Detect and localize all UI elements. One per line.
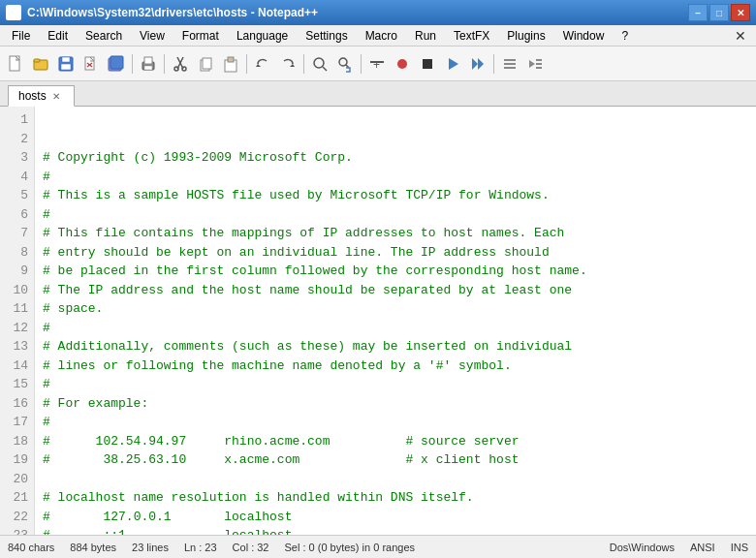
menu-view[interactable]: View xyxy=(132,27,173,45)
code-line: # lines or following the machine name de… xyxy=(43,356,748,376)
status-chars: 840 chars xyxy=(8,542,54,553)
cut-button[interactable] xyxy=(169,52,192,76)
new-button[interactable] xyxy=(4,52,27,76)
status-eol: Dos\Windows xyxy=(610,542,675,553)
line-number: 1 xyxy=(8,110,28,130)
menu-plugins[interactable]: Plugins xyxy=(499,27,552,45)
line-number: 7 xyxy=(8,224,28,243)
paste-button[interactable] xyxy=(219,52,242,76)
toolbar-separator-6 xyxy=(493,54,494,74)
tab-close-button[interactable]: ✕ xyxy=(52,91,60,102)
code-line: # 102.54.94.97 rhino.acme.com # source s… xyxy=(43,432,748,451)
line-number: 14 xyxy=(8,356,28,376)
maximize-button[interactable]: □ xyxy=(709,4,729,21)
close-button[interactable]: ✕ xyxy=(731,4,750,21)
play-macro-button[interactable] xyxy=(441,52,464,76)
toolbar-separator-2 xyxy=(164,54,165,74)
code-line: # localhost name resolution is handled w… xyxy=(43,488,748,508)
menu-language[interactable]: Language xyxy=(229,27,296,45)
line-number: 13 xyxy=(8,337,28,356)
replace-button[interactable] xyxy=(333,52,357,76)
code-line: # xyxy=(43,168,748,187)
line-number: 3 xyxy=(8,148,28,168)
svg-marker-35 xyxy=(478,58,484,70)
trim-button[interactable] xyxy=(498,52,521,76)
open-button[interactable] xyxy=(29,52,52,76)
status-bytes: 884 bytes xyxy=(70,542,116,553)
code-line: # xyxy=(43,413,748,432)
status-ln: Ln : 23 xyxy=(184,542,217,553)
code-line: # Copyright (c) 1993-2009 Microsoft Corp… xyxy=(43,148,748,168)
code-line: # ::1 localhost xyxy=(43,526,748,535)
line-number: 9 xyxy=(8,262,28,281)
line-number: 20 xyxy=(8,470,28,489)
menu-search[interactable]: Search xyxy=(78,27,130,45)
menu-window[interactable]: Window xyxy=(555,27,613,45)
toolbar-separator-1 xyxy=(132,54,133,74)
menu-file[interactable]: File xyxy=(4,27,38,45)
find-button[interactable] xyxy=(308,52,331,76)
save-all-button[interactable] xyxy=(105,52,128,76)
svg-marker-22 xyxy=(256,64,261,67)
redo-button[interactable] xyxy=(276,52,299,76)
zoom-in-button[interactable]: + xyxy=(365,52,389,76)
svg-marker-39 xyxy=(529,60,535,68)
line-number: 12 xyxy=(8,319,28,338)
svg-marker-23 xyxy=(290,64,295,67)
svg-point-26 xyxy=(339,58,347,66)
menu-run[interactable]: Run xyxy=(407,27,444,45)
svg-rect-32 xyxy=(423,59,432,69)
line-number: 19 xyxy=(8,450,28,470)
svg-point-24 xyxy=(314,58,324,68)
minimize-button[interactable]: – xyxy=(688,4,708,21)
code-line: # 38.25.63.10 x.acme.com # x client host xyxy=(43,450,748,470)
line-number: 4 xyxy=(8,168,28,187)
svg-point-17 xyxy=(182,67,186,71)
svg-rect-40 xyxy=(536,59,542,61)
undo-button[interactable] xyxy=(251,52,274,76)
toolbar: + xyxy=(0,46,756,81)
window-title: C:\Windows\System32\drivers\etc\hosts - … xyxy=(27,6,318,19)
stop-macro-button[interactable] xyxy=(416,52,439,76)
tab-hosts[interactable]: hosts ✕ xyxy=(8,85,75,107)
svg-rect-41 xyxy=(536,63,542,65)
editor: 1234567891011121314151617181920212223 # … xyxy=(0,107,756,535)
menu-textfx[interactable]: TextFX xyxy=(446,27,497,45)
run-macro-mult-button[interactable] xyxy=(466,52,489,76)
code-line: # This is a sample HOSTS file used by Mi… xyxy=(43,186,748,205)
save-button[interactable] xyxy=(54,52,78,76)
status-sel: Sel : 0 (0 bytes) in 0 ranges xyxy=(285,542,416,553)
svg-rect-19 xyxy=(203,58,211,69)
status-encoding: ANSI xyxy=(690,542,715,553)
line-number: 8 xyxy=(8,243,28,263)
code-line: # xyxy=(43,205,748,225)
status-bar: 840 chars 884 bytes 23 lines Ln : 23 Col… xyxy=(0,535,756,558)
svg-point-31 xyxy=(397,59,407,69)
svg-rect-2 xyxy=(34,59,40,62)
code-line: # space. xyxy=(43,299,748,319)
code-line: # xyxy=(43,375,748,394)
menu-format[interactable]: Format xyxy=(174,27,227,45)
title-bar: N C:\Windows\System32\drivers\etc\hosts … xyxy=(0,0,756,25)
svg-text:+: + xyxy=(373,58,380,72)
menu-macro[interactable]: Macro xyxy=(358,27,405,45)
menu-settings[interactable]: Settings xyxy=(298,27,355,45)
menu-bar-close[interactable]: ✕ xyxy=(729,28,752,44)
print-button[interactable] xyxy=(137,52,160,76)
line-number: 11 xyxy=(8,299,28,319)
svg-rect-13 xyxy=(144,66,152,70)
title-bar-left: N C:\Windows\System32\drivers\etc\hosts … xyxy=(6,5,318,20)
code-area[interactable]: # Copyright (c) 1993-2009 Microsoft Corp… xyxy=(35,107,756,535)
copy-button[interactable] xyxy=(194,52,217,76)
menu-help[interactable]: ? xyxy=(614,27,636,45)
indent-button[interactable] xyxy=(523,52,547,76)
tab-bar: hosts ✕ xyxy=(0,81,756,107)
title-bar-controls: – □ ✕ xyxy=(688,4,750,21)
close-doc-button[interactable] xyxy=(79,52,103,76)
toolbar-separator-3 xyxy=(246,54,247,74)
status-lines: 23 lines xyxy=(132,542,169,553)
menu-edit[interactable]: Edit xyxy=(40,27,76,45)
svg-line-25 xyxy=(323,67,327,71)
record-macro-button[interactable] xyxy=(391,52,414,76)
svg-point-16 xyxy=(174,67,178,71)
